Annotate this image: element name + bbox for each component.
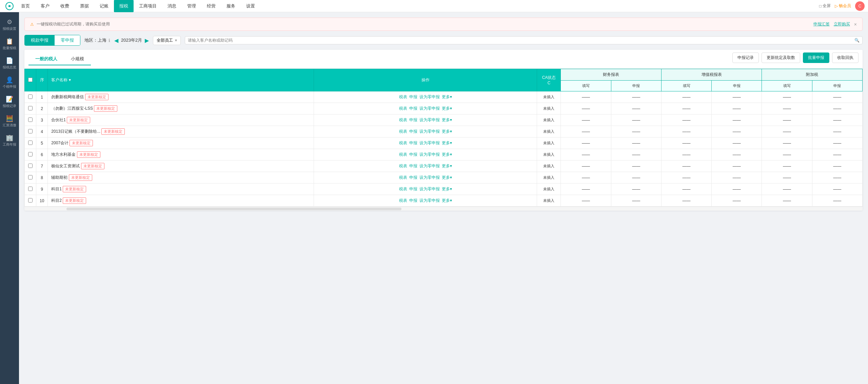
op-设为零申报[interactable]: 设为零申报	[419, 141, 440, 145]
op-税表[interactable]: 税表	[399, 141, 407, 145]
sidebar-item-报税记录[interactable]: 📝报税记录	[0, 92, 19, 111]
op-税表[interactable]: 税表	[399, 164, 407, 168]
row-select-checkbox[interactable]	[28, 141, 33, 145]
row-select-checkbox[interactable]	[28, 118, 33, 122]
op-税表[interactable]: 税表	[399, 187, 407, 191]
sidebar-item-批量报税[interactable]: 📋批量报税	[0, 34, 19, 54]
taxpayer-tab-一般的税人[interactable]: 一般的税人	[28, 53, 64, 65]
op-更多▾[interactable]: 更多▾	[442, 164, 452, 168]
op-设为零申报[interactable]: 设为零申报	[419, 118, 440, 122]
op-税表[interactable]: 税表	[399, 106, 407, 111]
nav-item-客户[interactable]: 客户	[35, 0, 55, 12]
row-checkbox[interactable]	[25, 103, 36, 114]
row-checkbox[interactable]	[25, 91, 36, 103]
op-税表[interactable]: 税表	[399, 175, 407, 180]
op-更多▾[interactable]: 更多▾	[442, 187, 452, 191]
op-设为零申报[interactable]: 设为零申报	[419, 187, 440, 191]
sidebar-item-汇算清缴[interactable]: 🧮汇算清缴	[0, 111, 19, 131]
sidebar-item-报税设置[interactable]: ⚙报税设置	[0, 15, 19, 34]
select-all-checkbox[interactable]	[28, 78, 33, 82]
tab-税款申报[interactable]: 税款申报	[25, 35, 55, 45]
row-select-checkbox[interactable]	[28, 106, 33, 110]
sidebar-item-报税总览[interactable]: 📄报税总览	[0, 54, 19, 73]
op-设为零申报[interactable]: 设为零申报	[419, 152, 440, 157]
declare-record-btn[interactable]: 申报记录	[732, 52, 759, 63]
batch-declare-btn[interactable]: 批量申报	[803, 52, 829, 63]
info-icon[interactable]: ℹ	[108, 38, 110, 43]
op-申报[interactable]: 申报	[409, 141, 417, 145]
row-select-checkbox[interactable]	[28, 129, 33, 133]
op-设为零申报[interactable]: 设为零申报	[419, 164, 440, 168]
row-checkbox[interactable]	[25, 184, 36, 195]
nav-item-工商项目[interactable]: 工商项目	[134, 0, 162, 12]
op-设为零申报[interactable]: 设为零申报	[419, 94, 440, 99]
nav-item-票据[interactable]: 票据	[75, 0, 94, 12]
nav-item-服务[interactable]: 服务	[221, 0, 241, 12]
op-设为零申报[interactable]: 设为零申报	[419, 175, 440, 180]
op-设为零申报[interactable]: 设为零申报	[419, 106, 440, 111]
row-checkbox[interactable]	[25, 149, 36, 161]
sidebar-item-个税申报[interactable]: 👤个税申报	[0, 73, 19, 92]
collect-receipt-btn[interactable]: 收取回执	[832, 52, 859, 63]
op-申报[interactable]: 申报	[409, 187, 417, 191]
op-申报[interactable]: 申报	[409, 118, 417, 122]
op-更多▾[interactable]: 更多▾	[442, 106, 452, 111]
op-申报[interactable]: 申报	[409, 164, 417, 168]
row-checkbox[interactable]	[25, 161, 36, 172]
nav-item-报税[interactable]: 报税	[114, 0, 134, 12]
next-date-btn[interactable]: ▶	[145, 37, 149, 44]
search-icon[interactable]: 🔍	[854, 38, 860, 43]
op-税表[interactable]: 税表	[399, 129, 407, 134]
prev-date-btn[interactable]: ◀	[114, 37, 118, 44]
taxpayer-tab-小规模[interactable]: 小规模	[64, 53, 91, 65]
row-select-checkbox[interactable]	[28, 164, 33, 168]
op-税表[interactable]: 税表	[399, 152, 407, 157]
row-checkbox[interactable]	[25, 126, 36, 137]
nav-item-经营[interactable]: 经营	[201, 0, 221, 12]
op-更多▾[interactable]: 更多▾	[442, 175, 452, 180]
nav-item-管理[interactable]: 管理	[182, 0, 201, 12]
op-更多▾[interactable]: 更多▾	[442, 94, 452, 99]
op-申报[interactable]: 申报	[409, 152, 417, 157]
op-申报[interactable]: 申报	[409, 106, 417, 111]
op-更多▾[interactable]: 更多▾	[442, 198, 452, 203]
op-设为零申报[interactable]: 设为零申报	[419, 129, 440, 134]
op-设为零申报[interactable]: 设为零申报	[419, 198, 440, 203]
tab-零申报[interactable]: 零申报	[55, 35, 80, 45]
op-更多▾[interactable]: 更多▾	[442, 141, 452, 145]
employee-select[interactable]: 全部员工 ▾	[153, 36, 181, 45]
op-税表[interactable]: 税表	[399, 198, 407, 203]
op-申报[interactable]: 申报	[409, 198, 417, 203]
row-select-checkbox[interactable]	[28, 198, 33, 202]
row-select-checkbox[interactable]	[28, 187, 33, 191]
nav-item-记账[interactable]: 记账	[94, 0, 114, 12]
row-checkbox[interactable]	[25, 114, 36, 126]
row-select-checkbox[interactable]	[28, 152, 33, 156]
banner-close-btn[interactable]: ×	[854, 22, 857, 27]
op-更多▾[interactable]: 更多▾	[442, 129, 452, 134]
sidebar-item-工商年报[interactable]: 🏢工商年报	[0, 131, 19, 150]
nav-item-设置[interactable]: 设置	[241, 0, 260, 12]
row-checkbox[interactable]	[25, 172, 36, 184]
buy-now-link[interactable]: 立即购买	[834, 21, 850, 27]
horizontal-scrollbar[interactable]	[24, 207, 863, 211]
row-checkbox[interactable]	[25, 195, 36, 207]
update-stats-btn[interactable]: 更新统定及取数	[762, 52, 800, 63]
search-input[interactable]	[188, 38, 852, 43]
fullscreen-btn[interactable]: □ 全屏	[819, 3, 831, 9]
row-select-checkbox[interactable]	[28, 175, 33, 179]
op-更多▾[interactable]: 更多▾	[442, 118, 452, 122]
vip-btn[interactable]: ▷ 畅会员	[835, 3, 851, 9]
nav-item-首页[interactable]: 首页	[16, 0, 35, 12]
op-更多▾[interactable]: 更多▾	[442, 152, 452, 157]
nav-item-收费[interactable]: 收费	[55, 0, 75, 12]
op-税表[interactable]: 税表	[399, 118, 407, 122]
op-税表[interactable]: 税表	[399, 94, 407, 99]
row-select-checkbox[interactable]	[28, 94, 33, 99]
op-申报[interactable]: 申报	[409, 94, 417, 99]
op-申报[interactable]: 申报	[409, 175, 417, 180]
nav-item-消息[interactable]: 消息	[162, 0, 182, 12]
op-申报[interactable]: 申报	[409, 129, 417, 134]
user-avatar[interactable]: C	[855, 1, 865, 11]
apply-summary-link[interactable]: 申报汇签	[813, 21, 830, 27]
